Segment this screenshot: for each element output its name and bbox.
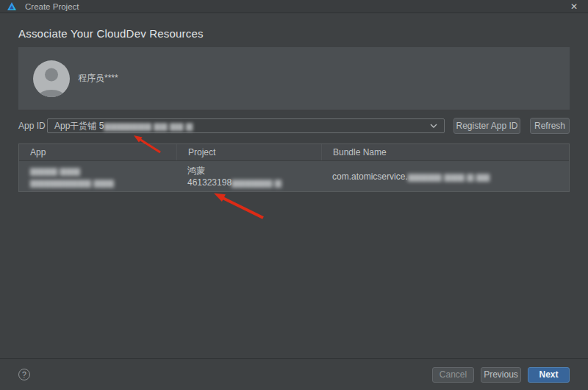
app-id-label: App ID bbox=[18, 121, 47, 131]
cancel-button[interactable]: Cancel bbox=[432, 367, 474, 383]
page-title: Associate Your CloudDev Resources bbox=[18, 27, 588, 40]
help-button[interactable]: ? bbox=[18, 369, 30, 380]
cell-project: 鸿蒙 461323198▆▆▆▆▆▆ ▆ bbox=[176, 161, 321, 191]
table-header: App Project Bundle Name bbox=[19, 144, 569, 161]
cell-bundle-name: com.atomicservice.▆▆▆▆▆ ▆▆▆ ▆ ▆▆ bbox=[321, 161, 569, 191]
project-id: 461323198 bbox=[187, 177, 232, 188]
bundle-name: com.atomicservice. bbox=[332, 171, 408, 182]
app-name-masked: ▆▆▆▆ ▆▆▆ bbox=[30, 165, 176, 177]
annotation-arrow-project bbox=[214, 194, 263, 219]
table-row[interactable]: ▆▆▆▆ ▆▆▆ ▆▆▆▆▆▆▆▆▆ ▆▆▆ 鸿蒙 461323198▆▆▆▆▆… bbox=[19, 161, 569, 191]
app-id-select[interactable]: App干货铺 5 ▆▆▆▆▆▆▆ ▆▆ ▆▆ ▆ bbox=[47, 118, 445, 133]
account-name: 程序员**** bbox=[78, 72, 118, 85]
next-button[interactable]: Next bbox=[528, 367, 570, 383]
cell-app: ▆▆▆▆ ▆▆▆ ▆▆▆▆▆▆▆▆▆ ▆▆▆ bbox=[19, 161, 176, 191]
question-mark-icon: ? bbox=[22, 370, 26, 379]
project-name: 鸿蒙 bbox=[187, 165, 321, 177]
app-id-selected-value: App干货铺 5 bbox=[54, 120, 104, 132]
deveco-logo-icon bbox=[7, 1, 17, 12]
bundle-name-masked: ▆▆▆▆▆ ▆▆▆ ▆ ▆▆ bbox=[408, 171, 490, 182]
register-app-id-button[interactable]: Register App ID bbox=[453, 118, 520, 134]
title-bar: Create Project ✕ bbox=[0, 0, 588, 13]
close-icon[interactable]: ✕ bbox=[568, 1, 580, 13]
column-header-bundle-name: Bundle Name bbox=[321, 144, 569, 160]
refresh-button[interactable]: Refresh bbox=[530, 118, 570, 134]
previous-button[interactable]: Previous bbox=[481, 367, 521, 383]
column-header-app: App bbox=[19, 144, 176, 160]
create-project-dialog: { "window": { "title": "Create Project",… bbox=[0, 0, 588, 390]
resources-table: App Project Bundle Name ▆▆▆▆ ▆▆▆ ▆▆▆▆▆▆▆… bbox=[18, 143, 570, 192]
chevron-down-icon bbox=[430, 124, 437, 128]
account-card: 程序员**** bbox=[18, 47, 570, 110]
footer-bar: ? Cancel Previous Next bbox=[0, 358, 588, 390]
column-header-project: Project bbox=[176, 144, 321, 160]
app-id-row: App ID App干货铺 5 ▆▆▆▆▆▆▆ ▆▆ ▆▆ ▆ Register… bbox=[18, 118, 570, 134]
project-id-masked: ▆▆▆▆▆▆ ▆ bbox=[232, 177, 282, 188]
window-title: Create Project bbox=[25, 2, 79, 11]
app-id-masked: ▆▆▆▆▆▆▆▆▆ ▆▆▆ bbox=[30, 177, 176, 188]
app-id-selected-value-masked: ▆▆▆▆▆▆▆ ▆▆ ▆▆ ▆ bbox=[104, 121, 193, 131]
avatar-icon bbox=[33, 60, 70, 97]
